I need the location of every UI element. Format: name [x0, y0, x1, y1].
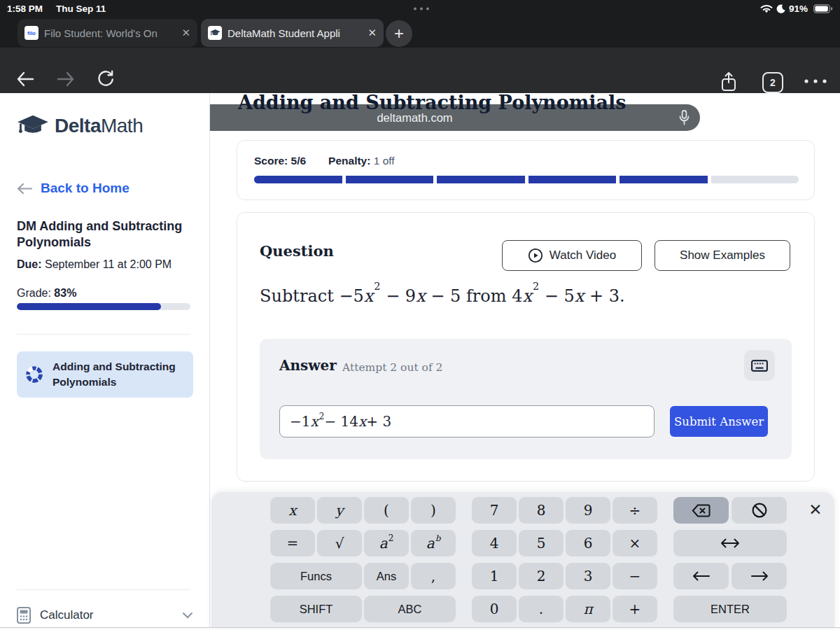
show-examples-button[interactable]: Show Examples [654, 240, 790, 271]
key-funcs[interactable]: Funcs [270, 563, 362, 589]
key-0[interactable]: 0 [472, 596, 517, 622]
score-label: Score: 5/6 [254, 155, 306, 167]
wifi-icon [760, 4, 773, 13]
score-segment [528, 176, 617, 183]
back-arrow-icon [17, 183, 33, 195]
key-open-paren[interactable]: ( [364, 497, 409, 524]
new-tab-button[interactable]: + [386, 20, 412, 47]
question-heading: Question [260, 242, 334, 260]
key-power[interactable]: ab [411, 530, 456, 556]
share-icon[interactable] [720, 71, 738, 93]
backspace-icon [692, 504, 710, 517]
sidebar-item-adding-subtracting-polynomials[interactable]: Adding and Subtracting Polynomials [17, 351, 193, 398]
calculator-toggle[interactable]: Calculator [17, 603, 193, 628]
key-squared[interactable]: a2 [364, 530, 409, 556]
key-cursor-right[interactable] [732, 563, 787, 589]
back-icon[interactable] [15, 71, 35, 88]
key-enter[interactable]: ENTER [673, 596, 787, 622]
due-value: September 11 at 2:00 PM [42, 258, 172, 270]
key-4[interactable]: 4 [472, 530, 517, 556]
question-card: Question Watch Video Show Examples Subtr… [237, 212, 815, 482]
key-2[interactable]: 2 [519, 563, 564, 589]
answer-heading: Answer [279, 357, 337, 374]
key-divide[interactable]: ÷ [612, 497, 657, 524]
show-examples-label: Show Examples [680, 248, 765, 262]
close-keyboard-icon[interactable]: ✕ [804, 498, 827, 522]
due-label: Due: [17, 258, 42, 270]
left-arrow-icon [691, 570, 712, 582]
key-pi[interactable]: π [566, 596, 610, 622]
key-decimal[interactable]: . [519, 596, 564, 622]
grade-label: Grade: [17, 287, 54, 299]
logo-text-light: Math [101, 115, 143, 136]
key-minus[interactable]: − [612, 563, 657, 589]
key-3[interactable]: 3 [566, 563, 610, 589]
key-backspace[interactable] [673, 497, 729, 524]
menu-icon[interactable] [804, 79, 827, 83]
score-segment [346, 176, 434, 183]
reload-icon[interactable] [96, 69, 115, 89]
sidebar-item-label: Adding and Subtracting Polynomials [52, 359, 189, 389]
close-tab-icon[interactable]: ✕ [181, 28, 190, 38]
score-segment [254, 176, 342, 183]
grade-value: 83% [54, 287, 76, 299]
key-abc[interactable]: ABC [364, 596, 456, 622]
logo-text-bold: Delta [55, 115, 101, 136]
key-comma[interactable]: , [411, 563, 456, 589]
key-sqrt[interactable]: √ [317, 530, 362, 556]
mic-icon[interactable] [679, 110, 690, 126]
answer-input[interactable]: −1x2 − 14x + 3 [279, 405, 654, 438]
answer-panel: Answer Attempt 2 out of 2 −1x2 − 14x + 3… [260, 339, 792, 459]
key-multiply[interactable]: × [612, 530, 657, 556]
key-clear[interactable] [732, 497, 787, 524]
key-6[interactable]: 6 [566, 530, 610, 556]
graduation-cap-icon [17, 113, 49, 139]
tab-count-button[interactable]: 2 [762, 72, 783, 93]
key-equals[interactable]: = [270, 530, 315, 556]
assignment-title: DM Adding and Subtracting Polynomials [17, 218, 193, 250]
score-segment [437, 176, 525, 183]
tab-filo[interactable]: filo Filo Student: World's On ✕ [18, 19, 197, 47]
keyboard-toggle-button[interactable] [744, 350, 775, 381]
calculator-label: Calculator [40, 608, 173, 622]
status-date: Thu Sep 11 [56, 4, 106, 14]
math-keyboard: x y ( ) = √ a2 ab Funcs Ans , SHIFT ABC [211, 492, 834, 630]
no-symbol-icon [751, 502, 768, 519]
key-shift[interactable]: SHIFT [270, 596, 362, 622]
score-segment [620, 176, 708, 183]
key-5[interactable]: 5 [519, 530, 564, 556]
key-ans[interactable]: Ans [364, 563, 409, 589]
status-time: 1:58 PM [7, 4, 43, 14]
key-y[interactable]: y [317, 497, 362, 524]
grade-progress-bar [17, 303, 190, 310]
back-to-home-link[interactable]: Back to Home [17, 181, 130, 196]
key-7[interactable]: 7 [472, 497, 517, 524]
due-line: Due: September 11 at 2:00 PM [17, 258, 172, 271]
close-tab-icon[interactable]: ✕ [368, 28, 377, 38]
attempt-label: Attempt 2 out of 2 [342, 361, 442, 374]
forward-icon[interactable] [56, 71, 76, 88]
key-8[interactable]: 8 [519, 497, 564, 524]
prompt-prefix: Subtract [260, 286, 339, 306]
penalty-label: Penalty: [328, 155, 374, 167]
tab-title: DeltaMath Student Appli [227, 27, 362, 39]
key-cursor-left-right[interactable] [673, 530, 787, 556]
key-close-paren[interactable]: ) [411, 497, 456, 524]
key-x[interactable]: x [270, 497, 315, 524]
chevron-down-icon[interactable] [182, 612, 193, 619]
key-cursor-left[interactable] [673, 563, 729, 589]
key-9[interactable]: 9 [566, 497, 610, 524]
keyboard-icon [751, 360, 768, 372]
page-title: Adding and Subtracting Polynomials [238, 92, 626, 113]
sidebar-divider [17, 334, 190, 335]
multitask-dots-icon [413, 7, 430, 10]
tab-deltamath[interactable]: DeltaMath Student Appli ✕ [201, 19, 384, 47]
viewport-bottom-edge [0, 627, 840, 630]
prompt-mid: from [461, 286, 512, 306]
sidebar-divider [17, 589, 190, 590]
submit-answer-button[interactable]: Submit Answer [670, 406, 768, 437]
key-plus[interactable]: + [612, 596, 657, 622]
watch-video-button[interactable]: Watch Video [502, 240, 642, 271]
key-1[interactable]: 1 [472, 563, 517, 589]
score-segment [711, 176, 799, 183]
